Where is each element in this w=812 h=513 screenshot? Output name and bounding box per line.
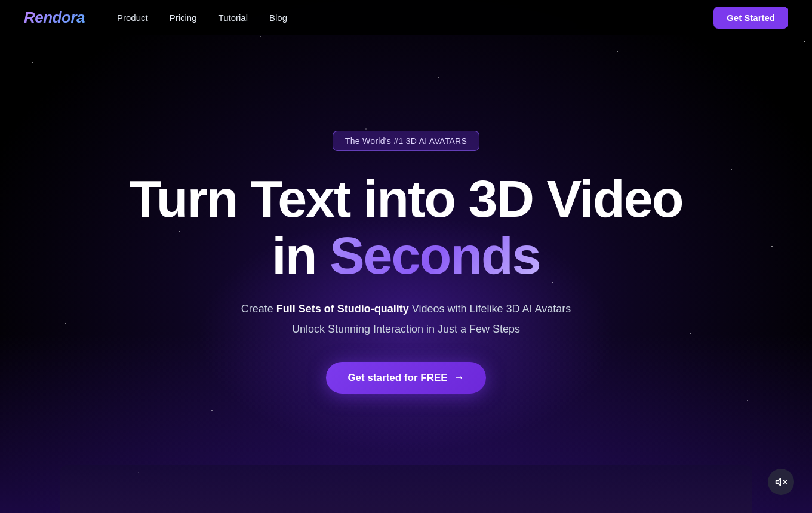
mute-button[interactable] bbox=[768, 469, 794, 495]
nav-left: Rendora Product Pricing Tutorial Blog bbox=[24, 8, 296, 27]
hero-sub2: Unlock Stunning Interaction in Just a Fe… bbox=[292, 323, 520, 336]
arrow-right-icon: → bbox=[454, 371, 465, 384]
star bbox=[211, 410, 213, 411]
star bbox=[503, 93, 504, 93]
star bbox=[32, 62, 33, 63]
hero-title-line1-white: Turn Text bbox=[130, 169, 364, 228]
nav-links: Product Pricing Tutorial Blog bbox=[109, 9, 296, 26]
hero-subtitle-bold: Full Sets of Studio-quality bbox=[276, 303, 409, 315]
logo[interactable]: Rendora bbox=[24, 8, 85, 27]
nav-link-product[interactable]: Product bbox=[109, 9, 156, 26]
hero-cta-button[interactable]: Get started for FREE → bbox=[326, 362, 485, 394]
star bbox=[747, 400, 748, 401]
nav-link-pricing[interactable]: Pricing bbox=[161, 9, 205, 26]
navbar: Rendora Product Pricing Tutorial Blog Ge… bbox=[0, 0, 812, 35]
star bbox=[41, 359, 41, 360]
hero-title: Turn Text into 3D Video in Seconds bbox=[130, 170, 683, 284]
star bbox=[771, 246, 773, 247]
star bbox=[617, 51, 618, 52]
hero-content: The World's #1 3D AI AVATARS Turn Text i… bbox=[118, 131, 695, 394]
star bbox=[731, 169, 732, 170]
star bbox=[715, 113, 716, 114]
star bbox=[81, 257, 82, 257]
star bbox=[438, 77, 439, 78]
star bbox=[365, 128, 367, 130]
star bbox=[260, 36, 261, 37]
nav-link-blog[interactable]: Blog bbox=[261, 9, 296, 26]
hero-subtitle: Create Full Sets of Studio-quality Video… bbox=[241, 300, 571, 318]
star bbox=[585, 436, 585, 437]
hero-title-seconds: Seconds bbox=[330, 226, 540, 285]
star bbox=[390, 451, 391, 453]
star bbox=[65, 323, 66, 324]
hero-section: The World's #1 3D AI AVATARS Turn Text i… bbox=[0, 0, 812, 513]
svg-marker-0 bbox=[776, 478, 781, 486]
nav-get-started-button[interactable]: Get Started bbox=[713, 7, 788, 29]
hero-title-in: in bbox=[272, 226, 330, 285]
hero-badge: The World's #1 3D AI AVATARS bbox=[333, 131, 479, 151]
hero-title-into: into 3D Video bbox=[364, 169, 683, 228]
nav-link-tutorial[interactable]: Tutorial bbox=[210, 9, 256, 26]
video-preview-strip bbox=[60, 465, 752, 513]
mute-icon bbox=[775, 476, 787, 488]
star bbox=[804, 41, 805, 42]
hero-cta-label: Get started for FREE bbox=[347, 372, 447, 384]
